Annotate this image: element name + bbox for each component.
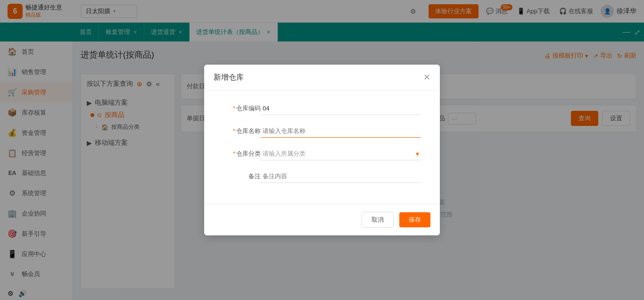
modal-body: 仓库编码 仓库名称 仓库分类 请输入所属分类 ▾ 备注	[204, 91, 440, 204]
save-button[interactable]: 保存	[399, 212, 430, 227]
modal-overlay: 新增仓库 ✕ 仓库编码 仓库名称 仓库分类 请输入所属分类	[0, 0, 644, 300]
form-row-name: 仓库名称	[223, 125, 421, 138]
name-input[interactable]	[261, 125, 421, 138]
category-select[interactable]: 请输入所属分类	[261, 147, 421, 160]
new-warehouse-modal: 新增仓库 ✕ 仓库编码 仓库名称 仓库分类 请输入所属分类	[204, 65, 440, 235]
form-row-category: 仓库分类 请输入所属分类 ▾	[223, 147, 421, 160]
code-input[interactable]	[261, 102, 421, 115]
modal-header: 新增仓库 ✕	[204, 65, 440, 91]
modal-close-icon[interactable]: ✕	[423, 72, 430, 83]
modal-footer: 取消 保存	[204, 204, 440, 235]
modal-title: 新增仓库	[214, 73, 244, 83]
cancel-button[interactable]: 取消	[362, 212, 394, 228]
name-label: 仓库名称	[223, 127, 261, 135]
note-label: 备注	[223, 172, 261, 181]
note-input[interactable]	[261, 170, 421, 183]
form-row-code: 仓库编码	[223, 102, 421, 115]
code-label: 仓库编码	[223, 104, 261, 113]
form-row-note: 备注	[223, 170, 421, 183]
category-label: 仓库分类	[223, 150, 261, 158]
category-select-wrapper: 请输入所属分类 ▾	[261, 147, 421, 160]
